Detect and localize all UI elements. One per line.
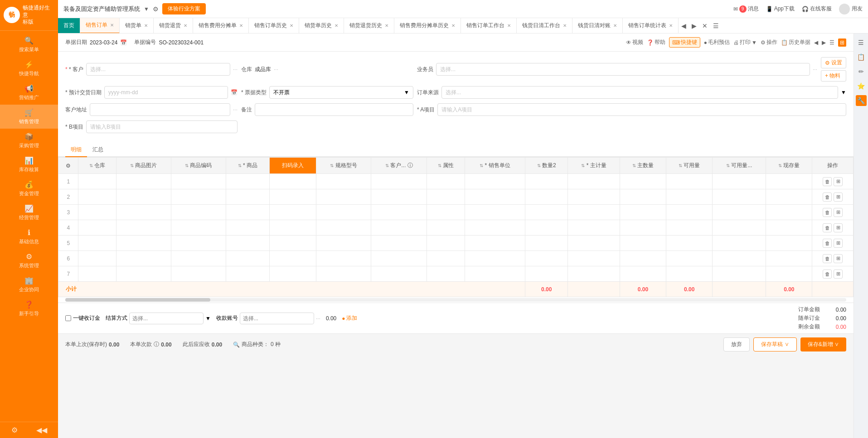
- tab-close-4[interactable]: ✕: [239, 23, 243, 28]
- row-avail-2[interactable]: [666, 189, 713, 205]
- tab-item-3[interactable]: 销货退货✕: [154, 18, 193, 34]
- tab-item-4[interactable]: 销售费用分摊单✕: [193, 18, 249, 34]
- row-avail-4[interactable]: [666, 220, 713, 236]
- tab-item-1[interactable]: 销售订单✕: [80, 18, 120, 34]
- row-delete-2[interactable]: 🗑: [823, 193, 832, 202]
- row-unit-4[interactable]: [465, 220, 525, 236]
- detail-tab-0[interactable]: 明细: [65, 143, 87, 157]
- row-avail2-7[interactable]: [713, 266, 766, 282]
- right-panel-icon-2[interactable]: 📋: [856, 52, 867, 63]
- online-service-btn[interactable]: 🎧 在线客服: [802, 5, 832, 13]
- row-cust-attr-1[interactable]: [371, 174, 427, 189]
- help-icon-current[interactable]: ⓘ: [154, 341, 159, 348]
- row-current-5[interactable]: [766, 236, 812, 251]
- settings-btn[interactable]: ⚙ 设置: [821, 57, 846, 68]
- tab-close-1[interactable]: ✕: [110, 23, 114, 28]
- view-btn[interactable]: 👁 视频: [626, 39, 643, 46]
- date-picker-icon[interactable]: 📅: [120, 39, 127, 46]
- tab-item-12[interactable]: 销售订单统计表✕: [623, 18, 679, 34]
- row-product-1[interactable]: [226, 174, 269, 189]
- row-product-4[interactable]: [226, 220, 269, 236]
- row-delete-1[interactable]: 🗑: [823, 177, 832, 186]
- row-attr-2[interactable]: [427, 189, 465, 205]
- row-main-unit-3[interactable]: [568, 205, 620, 220]
- tab-close-8[interactable]: ✕: [451, 23, 455, 28]
- row-code-6[interactable]: [171, 251, 226, 266]
- row-main-unit-7[interactable]: [568, 266, 620, 282]
- tab-next-btn[interactable]: ▶: [689, 18, 699, 34]
- row-unit-7[interactable]: [465, 266, 525, 282]
- col-settings[interactable]: ⚙: [58, 158, 78, 174]
- row-spec-5[interactable]: [316, 236, 371, 251]
- tab-close-2[interactable]: ✕: [144, 23, 148, 28]
- row-cust-attr-5[interactable]: [371, 236, 427, 251]
- row-product-2[interactable]: [226, 189, 269, 205]
- row-attr-7[interactable]: [427, 266, 465, 282]
- row-avail2-3[interactable]: [713, 205, 766, 220]
- staff-input[interactable]: [436, 63, 810, 76]
- row-avail-3[interactable]: [666, 205, 713, 220]
- sidebar-item-2[interactable]: 📢营销推广: [0, 81, 58, 105]
- tab-item-11[interactable]: 钱货日清对账✕: [572, 18, 623, 34]
- tab-item-10[interactable]: 钱货日清工作台✕: [517, 18, 572, 34]
- row-avail-5[interactable]: [666, 236, 713, 251]
- row-warehouse-5[interactable]: [78, 236, 116, 251]
- sidebar-item-11[interactable]: ❓新手引导: [0, 297, 58, 321]
- quick-close-checkbox[interactable]: 一键收订金: [65, 314, 100, 322]
- row-copy-1[interactable]: ⊞: [834, 177, 843, 186]
- account-input[interactable]: [240, 313, 314, 324]
- row-cust-attr-6[interactable]: [371, 251, 427, 266]
- row-current-7[interactable]: [766, 266, 812, 282]
- tab-close-3[interactable]: ✕: [184, 23, 187, 28]
- row-delete-7[interactable]: 🗑: [823, 270, 832, 279]
- row-product-3[interactable]: [226, 205, 269, 220]
- row-delete-5[interactable]: 🗑: [823, 239, 832, 248]
- row-code-1[interactable]: [171, 174, 226, 189]
- customer-more-icon[interactable]: ···: [233, 66, 238, 72]
- row-attr-5[interactable]: [427, 236, 465, 251]
- sidebar-item-7[interactable]: 📈经营管理: [0, 201, 58, 225]
- row-main-qty-3[interactable]: [620, 205, 666, 220]
- row-code-3[interactable]: [171, 205, 226, 220]
- row-main-qty-6[interactable]: [620, 251, 666, 266]
- row-qty2-5[interactable]: [525, 236, 568, 251]
- tab-close-7[interactable]: ✕: [385, 23, 388, 28]
- message-btn[interactable]: ✉ 9 消息: [733, 5, 759, 13]
- staff-more-icon[interactable]: ···: [813, 66, 817, 72]
- delivery-date-icon[interactable]: 📅: [231, 89, 238, 96]
- right-panel-icon-3[interactable]: ✏: [856, 66, 867, 77]
- tab-item-0[interactable]: 首页: [58, 18, 80, 34]
- history-btn[interactable]: 📋 历史单据: [781, 39, 810, 46]
- row-product-7[interactable]: [226, 266, 269, 282]
- profit-btn[interactable]: ● 毛利预估: [704, 39, 730, 46]
- row-spec-7[interactable]: [316, 266, 371, 282]
- account-more-icon[interactable]: ···: [316, 315, 320, 322]
- tab-close-6[interactable]: ✕: [335, 23, 338, 28]
- address-more-icon[interactable]: ···: [233, 106, 238, 113]
- row-main-qty-7[interactable]: [620, 266, 666, 282]
- sidebar-item-0[interactable]: 🔍搜索菜单: [0, 33, 58, 57]
- project-a-input[interactable]: [437, 103, 846, 116]
- row-qty2-3[interactable]: [525, 205, 568, 220]
- help-btn[interactable]: ❓ 帮助: [647, 39, 665, 46]
- tab-close-10[interactable]: ✕: [563, 23, 567, 28]
- sidebar-item-3[interactable]: 🛒销售管理: [0, 105, 58, 129]
- sidebar-item-1[interactable]: ⚡快捷导航: [0, 57, 58, 81]
- tab-item-6[interactable]: 销货单历史✕: [299, 18, 344, 34]
- row-main-qty-5[interactable]: [620, 236, 666, 251]
- tab-close-all-btn[interactable]: ✕: [699, 18, 710, 34]
- row-spec-1[interactable]: [316, 174, 371, 189]
- row-avail2-1[interactable]: [713, 174, 766, 189]
- row-avail-1[interactable]: [666, 174, 713, 189]
- row-cust-attr-7[interactable]: [371, 266, 427, 282]
- sidebar-bottom-collapse[interactable]: ◀◀: [36, 426, 47, 434]
- row-warehouse-4[interactable]: [78, 220, 116, 236]
- row-warehouse-6[interactable]: [78, 251, 116, 266]
- print-btn[interactable]: 🖨 打印 ▼: [733, 39, 757, 46]
- industry-btn[interactable]: 体验行业方案: [162, 3, 206, 14]
- dropdown-icon[interactable]: ▼: [144, 6, 149, 12]
- table-view-btn[interactable]: ⊞: [838, 39, 846, 47]
- row-cust-attr-4[interactable]: [371, 220, 427, 236]
- row-main-qty-1[interactable]: [620, 174, 666, 189]
- row-avail2-2[interactable]: [713, 189, 766, 205]
